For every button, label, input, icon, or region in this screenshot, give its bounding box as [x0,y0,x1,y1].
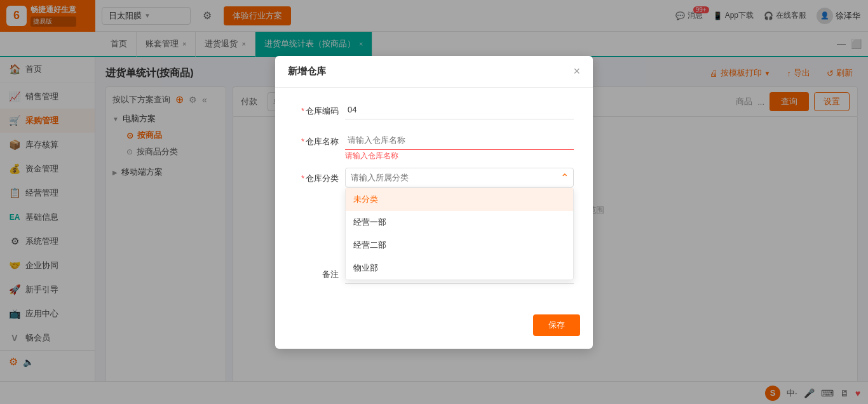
name-error-message: 请输入仓库名称 [345,151,398,161]
dropdown-option-dept1[interactable]: 经营一部 [346,211,573,234]
category-dropdown: 未分类 经营一部 经营二部 物业部 [345,187,574,280]
form-row-name: 仓库名称 请输入仓库名称 [294,131,574,150]
name-field-wrapper: 请输入仓库名称 [345,131,574,150]
name-input[interactable] [345,131,574,150]
category-label: 仓库分类 [294,168,345,184]
modal-header: 新增仓库 × [275,56,593,88]
dropdown-option-unclassified[interactable]: 未分类 [346,188,573,211]
code-label: 仓库编码 [294,100,345,117]
dropdown-option-property[interactable]: 物业部 [346,257,573,279]
modal-footer: 保存 [275,308,593,349]
form-row-category: 仓库分类 ⌃ 未分类 经营一部 经营二部 物业部 [294,168,574,187]
dropdown-option-dept2[interactable]: 经营二部 [346,234,573,257]
category-input[interactable] [345,168,574,187]
modal-body: 仓库编码 仓库名称 请输入仓库名称 仓库分类 ⌃ 未分类 [275,88,593,308]
modal-add-warehouse: 新增仓库 × 仓库编码 仓库名称 请输入仓库名称 仓库分类 [275,56,593,349]
remark-label: 备注 [294,264,345,280]
category-select-wrapper: ⌃ 未分类 经营一部 经营二部 物业部 [345,168,574,187]
name-label: 仓库名称 [294,131,345,147]
form-row-code: 仓库编码 [294,100,574,119]
save-button[interactable]: 保存 [533,314,580,336]
code-input[interactable] [345,100,574,119]
modal-close-button[interactable]: × [573,65,580,78]
modal-title: 新增仓库 [288,65,326,77]
modal-overlay: 新增仓库 × 仓库编码 仓库名称 请输入仓库名称 仓库分类 [0,0,868,404]
